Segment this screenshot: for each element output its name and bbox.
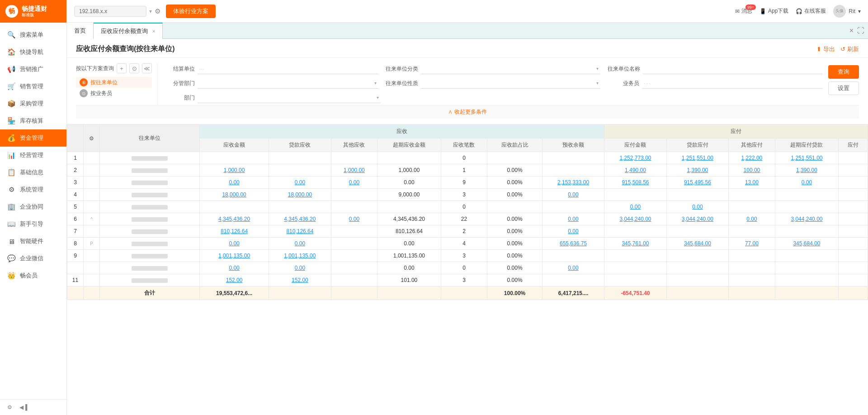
- row-pay-amount[interactable]: [604, 189, 666, 201]
- sidebar-collapse-icon[interactable]: ◀▐: [19, 404, 28, 410]
- header-dropdown-icon[interactable]: ▾: [149, 8, 152, 14]
- service-button[interactable]: 🎧 在线客服: [796, 7, 826, 15]
- row-rec-amount[interactable]: 1,001,135.00: [199, 250, 269, 262]
- sidebar-item-wechat[interactable]: 💬 企业微信: [0, 250, 66, 267]
- row-loan-rec[interactable]: 0.00: [269, 262, 331, 274]
- row-other-rec[interactable]: [331, 152, 377, 164]
- app-download-button[interactable]: 📱 App下载: [760, 7, 788, 15]
- row-other-rec[interactable]: 0.00: [331, 176, 377, 189]
- row-other-rec[interactable]: [331, 274, 377, 286]
- row-other-pay[interactable]: [729, 250, 775, 262]
- row-loan-rec[interactable]: 810,126.64: [269, 225, 331, 238]
- row-overdue-pay[interactable]: 345,684.00: [775, 238, 838, 250]
- row-rec-amount[interactable]: 0.00: [199, 176, 269, 189]
- row-other-rec[interactable]: [331, 225, 377, 238]
- row-loan-rec[interactable]: [269, 164, 331, 176]
- dept-input[interactable]: ▾: [198, 78, 378, 89]
- sidebar-item-member[interactable]: 👑 畅会员: [0, 267, 66, 284]
- row-prepaid[interactable]: 0.00: [542, 189, 604, 201]
- sidebar-item-sales[interactable]: 🛒 销售管理: [0, 78, 66, 95]
- unit-nature-input[interactable]: ▾: [421, 78, 601, 89]
- row-rec-amount[interactable]: 152.00: [199, 274, 269, 286]
- row-other-pay[interactable]: 0.00: [729, 213, 775, 225]
- settings-button[interactable]: 设置: [828, 81, 859, 95]
- sidebar-item-guide[interactable]: 📖 新手引导: [0, 215, 66, 233]
- row-loan-pay[interactable]: 0.00: [666, 201, 728, 213]
- row-rec-amount[interactable]: 4,345,436.20: [199, 213, 269, 225]
- row-pay-amount[interactable]: 1,490.00: [604, 164, 666, 176]
- filter-collapse-bar[interactable]: ∧ 收起更多条件: [76, 105, 859, 119]
- row-loan-pay[interactable]: [666, 250, 728, 262]
- sidebar-item-finance[interactable]: 💰 资金管理: [0, 129, 66, 147]
- row-pay-amount[interactable]: 3,044,240.00: [604, 213, 666, 225]
- row-other-rec[interactable]: 1,000.00: [331, 164, 377, 176]
- row-other-pay[interactable]: [729, 189, 775, 201]
- sidebar-item-smart[interactable]: 🖥 智能硬件: [0, 233, 66, 250]
- sidebar-item-enterprise[interactable]: 🏢 企业协同: [0, 198, 66, 215]
- row-unit-name[interactable]: [100, 164, 200, 176]
- row-overdue-pay[interactable]: 1,390.00: [775, 164, 838, 176]
- sidebar-item-purchase[interactable]: 📦 采购管理: [0, 95, 66, 112]
- row-unit-name[interactable]: [100, 189, 200, 201]
- row-other-rec[interactable]: [331, 238, 377, 250]
- message-button[interactable]: ✉ 消息 99+: [735, 7, 752, 15]
- row-unit-name[interactable]: [100, 238, 200, 250]
- filter-option-salesperson[interactable]: ⊙ 按业务员: [76, 88, 152, 99]
- row-rec-amount[interactable]: 810,126.64: [199, 225, 269, 238]
- row-other-rec[interactable]: [331, 250, 377, 262]
- row-rec-amount[interactable]: 0.00: [199, 262, 269, 274]
- row-loan-pay[interactable]: [666, 262, 728, 274]
- tab-home[interactable]: 首页: [67, 23, 94, 39]
- row-rec-amount[interactable]: 18,000.00: [199, 189, 269, 201]
- promo-button[interactable]: 体验行业方案: [166, 5, 216, 18]
- header-gear-icon[interactable]: ⚙: [155, 7, 160, 15]
- settlement-unit-input[interactable]: ···: [198, 63, 378, 74]
- row-unit-name[interactable]: [100, 201, 200, 213]
- sidebar-item-marketing[interactable]: 📢 营销推广: [0, 61, 66, 78]
- row-pay-amount[interactable]: 0.00: [604, 201, 666, 213]
- row-loan-rec[interactable]: 18,000.00: [269, 189, 331, 201]
- row-pay-amount[interactable]: 345,761.00: [604, 238, 666, 250]
- sidebar-settings-icon[interactable]: ⚙: [7, 404, 12, 410]
- sidebar-item-basic[interactable]: 📋 基础信息: [0, 164, 66, 181]
- sidebar-item-search[interactable]: 🔍 搜索菜单: [0, 26, 66, 43]
- row-overdue-pay[interactable]: 0.00: [775, 176, 838, 189]
- row-other-pay[interactable]: 1,222.00: [729, 152, 775, 164]
- row-loan-pay[interactable]: 3,044,240.00: [666, 213, 728, 225]
- row-unit-name[interactable]: [100, 225, 200, 238]
- row-pay-amount[interactable]: [604, 274, 666, 286]
- row-rec-amount[interactable]: 1,000.00: [199, 164, 269, 176]
- row-loan-rec[interactable]: 0.00: [269, 238, 331, 250]
- row-rec-amount[interactable]: [199, 152, 269, 164]
- row-prepaid[interactable]: [542, 274, 604, 286]
- row-overdue-pay[interactable]: [775, 274, 838, 286]
- row-other-rec[interactable]: [331, 189, 377, 201]
- sidebar-item-system[interactable]: ⚙ 系统管理: [0, 181, 66, 198]
- tab-arbalance[interactable]: 应收应付余额查询 ×: [94, 23, 163, 39]
- th-settings[interactable]: ⚙: [84, 125, 100, 152]
- sidebar-item-inventory[interactable]: 🏪 库存核算: [0, 112, 66, 129]
- row-overdue-pay[interactable]: [775, 225, 838, 238]
- row-other-rec[interactable]: [331, 201, 377, 213]
- user-menu[interactable]: 头像 Rit ▾: [833, 5, 861, 18]
- row-unit-name[interactable]: [100, 274, 200, 286]
- row-prepaid[interactable]: [542, 250, 604, 262]
- row-prepaid[interactable]: 0.00: [542, 213, 604, 225]
- row-prepaid[interactable]: 655,636.75: [542, 238, 604, 250]
- row-loan-rec[interactable]: 4,345,436.20: [269, 213, 331, 225]
- row-loan-pay[interactable]: [666, 274, 728, 286]
- row-other-pay[interactable]: [729, 274, 775, 286]
- row-rec-amount[interactable]: [199, 201, 269, 213]
- row-prepaid[interactable]: [542, 152, 604, 164]
- row-unit-name[interactable]: [100, 262, 200, 274]
- salesperson-input[interactable]: ···: [642, 78, 823, 89]
- row-unit-name[interactable]: [100, 152, 200, 164]
- row-overdue-pay[interactable]: [775, 262, 838, 274]
- export-button[interactable]: ⬆ 导出: [816, 45, 835, 53]
- window-close-button[interactable]: ×: [849, 27, 854, 35]
- row-other-pay[interactable]: 77.00: [729, 238, 775, 250]
- row-loan-pay[interactable]: [666, 189, 728, 201]
- window-expand-button[interactable]: ⛶: [857, 27, 864, 35]
- row-other-pay[interactable]: [729, 201, 775, 213]
- sidebar-item-management[interactable]: 📊 经营管理: [0, 147, 66, 164]
